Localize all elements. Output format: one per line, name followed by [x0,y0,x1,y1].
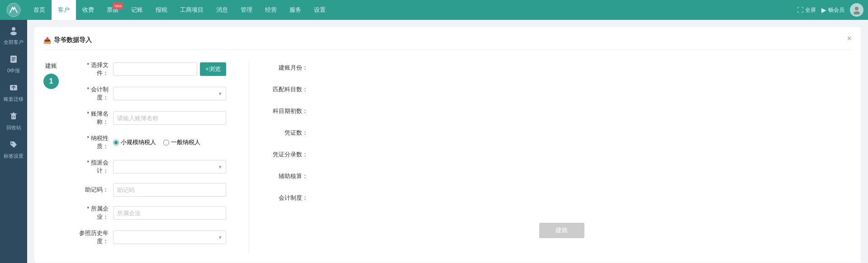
nav-customer[interactable]: 客户 [52,0,76,20]
sidebar-item-label: 全部客户 [4,39,24,46]
auxiliary-label: 辅助核算： [272,172,313,180]
customers-icon [9,26,18,38]
history-select-wrapper: ▼ [113,230,226,244]
month-value [313,61,852,75]
accounting-row: * 会计制度： 小企业会计准则 企业会计准则 行政单位会计 ▼ [77,85,226,102]
close-button[interactable]: × [847,34,852,42]
voucher-value [313,126,852,140]
sidebar-item-trash[interactable]: 回收站 [0,108,27,135]
logo [5,1,23,19]
period-value [313,104,852,118]
svg-point-16 [11,143,13,144]
match-value [313,83,852,96]
accountant-label: * 指派会计： [77,159,113,175]
nav-message[interactable]: 消息 [210,0,234,20]
step-badge: 1 [43,74,59,89]
nav-tax[interactable]: 报税 [149,0,174,20]
sidebar: 全部客户 0申报 账套迁移 [0,20,27,263]
nav-billing[interactable]: 收费 [76,0,100,20]
nav-service[interactable]: 服务 [283,0,308,20]
voucher-entries-value [313,148,852,161]
nav-settings[interactable]: 设置 [308,0,332,20]
period-label: 科目期初数： [272,107,313,115]
ledger-row: * 账簿名称： [77,110,226,126]
member-btn[interactable]: ▶ 畅会员 [821,6,844,14]
trash-icon [9,112,18,123]
svg-point-3 [12,27,15,31]
voucher-label: 凭证数： [272,129,313,137]
info-fields: 建账月份： 匹配科目数： 科目期初数： 凭证数： [272,61,852,205]
nav-business[interactable]: 工商项目 [174,0,210,20]
info-accounting-value [313,191,852,205]
period-row: 科目期初数： [272,104,852,118]
accountant-select[interactable] [113,160,226,174]
history-select[interactable] [113,230,226,244]
tax-small-option[interactable]: 小规模纳税人 [113,138,156,146]
panel-title: 📤 导爷数据导入 [43,36,852,50]
svg-rect-11 [11,114,16,119]
tax-general-option[interactable]: 一般纳税人 [163,138,200,146]
history-row: 参照历史年度： ▼ [77,229,226,245]
memo-input[interactable] [113,183,226,197]
tax-label: * 纳税性质： [77,134,113,150]
sidebar-item-label: 标签设置 [4,153,24,160]
info-accounting-row: 会计制度： [272,191,852,205]
form-divider [249,61,249,254]
form-fields: * 选择文件： +浏览 * 会计制度： 小企业会计准则 [77,61,226,254]
migration-icon [9,83,18,94]
tags-icon [9,140,18,151]
svg-point-4 [10,32,17,35]
sidebar-item-declaration[interactable]: 0申报 [0,51,27,78]
history-label: 参照历史年度： [77,229,113,245]
declaration-icon [9,55,18,66]
sidebar-item-label: 0申报 [7,67,20,74]
auxiliary-row: 辅助核算： [272,169,852,183]
match-row: 匹配科目数： [272,83,852,96]
company-row: * 所属企业： [77,205,226,221]
build-label: 建账 [45,62,57,70]
memo-row: 助记码： [77,183,226,197]
voucher-entries-label: 凭证分录数： [272,150,313,159]
nav-invoice[interactable]: 票据 new [100,0,125,20]
voucher-entries-row: 凭证分录数： [272,148,852,161]
avatar[interactable] [850,3,863,17]
file-input[interactable] [113,62,197,76]
info-accounting-label: 会计制度： [272,194,313,202]
sidebar-item-tags[interactable]: 标签设置 [0,136,27,163]
svg-rect-12 [10,113,17,114]
nav-manage[interactable]: 管理 [234,0,259,20]
top-nav: 首页 客户 收费 票据 new 记账 报税 工商项目 消息 管理 经营 服务 设… [0,0,868,20]
sidebar-item-migration[interactable]: 账套迁移 [0,80,27,106]
ledger-input[interactable] [113,111,226,125]
browse-button[interactable]: +浏览 [200,62,226,76]
nav-bookkeeping[interactable]: 记账 [125,0,149,20]
form-container: 建账 1 * 选择文件： +浏览 [43,61,852,254]
svg-point-2 [854,11,860,14]
voucher-row: 凭证数： [272,126,852,140]
submit-area: 建账 [272,223,852,238]
month-label: 建账月份： [272,64,313,72]
form-right: 建账月份： 匹配科目数： 科目期初数： 凭证数： [272,61,852,254]
sidebar-item-all-customers[interactable]: 全部客户 [0,23,27,49]
file-input-wrapper: +浏览 [113,62,226,76]
tax-row: * 纳税性质： 小规模纳税人 一般纳税人 [77,134,226,150]
file-label: * 选择文件： [77,61,113,77]
fullscreen-btn[interactable]: ⛶ 全屏 [797,6,816,14]
memo-label: 助记码： [77,186,113,194]
main-layout: 全部客户 0申报 账套迁移 [0,20,868,263]
accounting-label: * 会计制度： [77,85,113,102]
accountant-row: * 指派会计： ▼ [77,159,226,175]
nav-operation[interactable]: 经营 [259,0,283,20]
accounting-select[interactable]: 小企业会计准则 企业会计准则 行政单位会计 [113,87,226,100]
auxiliary-value [313,169,852,183]
nav-home[interactable]: 首页 [27,0,52,20]
svg-rect-8 [12,60,14,61]
svg-rect-7 [12,59,15,60]
company-input[interactable] [113,206,226,220]
tax-radio-group: 小规模纳税人 一般纳税人 [113,138,200,146]
ledger-label: * 账簿名称： [77,110,113,126]
submit-button[interactable]: 建账 [539,223,584,238]
panel-title-icon: 📤 [43,37,51,44]
content-area: 📤 导爷数据导入 × 建账 1 * 选择文件： [27,20,868,263]
match-label: 匹配科目数： [272,85,313,94]
